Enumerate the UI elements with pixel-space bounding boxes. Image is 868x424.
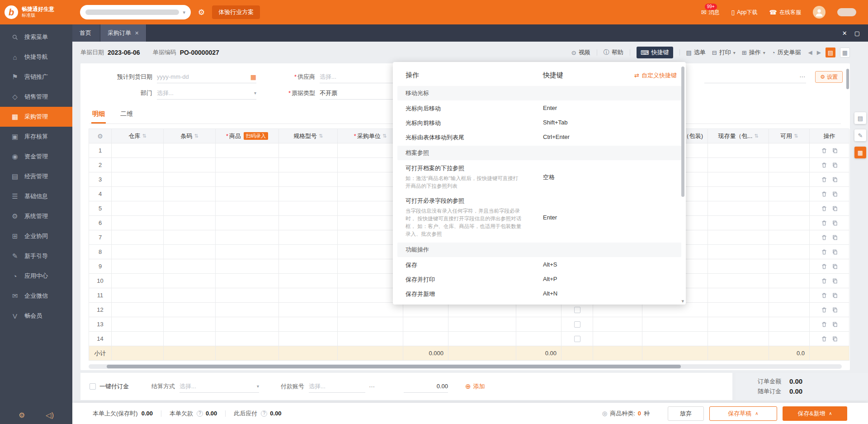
table-cell-stock[interactable] — [708, 216, 769, 230]
table-cell-spec[interactable] — [279, 216, 338, 230]
table-cell-warehouse[interactable] — [112, 230, 164, 245]
table-cell-barcode[interactable] — [164, 274, 216, 288]
table-cell-stock[interactable] — [708, 317, 769, 332]
grid-view-toggle[interactable]: ▦ — [840, 48, 850, 57]
more-options-icon[interactable]: ⋯ — [799, 73, 806, 80]
table-cell-price[interactable] — [448, 317, 516, 332]
table-cell-spec[interactable] — [279, 201, 338, 216]
table-cell-avail[interactable] — [769, 332, 810, 346]
table-cell-spec[interactable] — [279, 332, 338, 346]
table-cell-stock[interactable] — [708, 332, 769, 346]
global-search-input[interactable]: ▾ — [80, 5, 191, 19]
pay-account-select[interactable]: 选择... — [309, 381, 365, 393]
online-service-button[interactable]: ☎ 在线客服 — [769, 9, 801, 16]
delete-row-icon[interactable] — [821, 176, 827, 183]
close-tab-icon[interactable]: ✕ — [135, 30, 139, 36]
table-cell-spec[interactable] — [279, 230, 338, 245]
sort-icon[interactable]: ⇅ — [754, 133, 758, 139]
float-grid-icon[interactable]: ▦ — [854, 147, 866, 158]
table-cell-stock[interactable] — [708, 288, 769, 303]
table-cell-amount[interactable] — [516, 303, 561, 317]
table-cell-warehouse[interactable] — [112, 245, 164, 259]
sidebar-item-5[interactable]: ▣库存核算 — [0, 127, 72, 147]
table-cell-stock[interactable] — [708, 172, 769, 187]
messages-button[interactable]: 99+ ✉ 消息 — [701, 9, 720, 16]
table-cell-spec[interactable] — [279, 303, 338, 317]
table-cell-price[interactable] — [448, 332, 516, 346]
table-cell-stock[interactable] — [708, 187, 769, 201]
table-cell-warehouse[interactable] — [112, 201, 164, 216]
delete-row-icon[interactable] — [821, 205, 827, 212]
table-cell-barcode[interactable] — [164, 158, 216, 172]
table-cell-pkg[interactable] — [642, 332, 708, 346]
table-cell-product[interactable] — [216, 274, 279, 288]
table-cell-avail[interactable] — [769, 317, 810, 332]
copy-row-icon[interactable] — [832, 148, 838, 154]
table-cell-qty[interactable] — [403, 303, 448, 317]
settings-button[interactable]: ⚙ 设置 — [815, 71, 843, 83]
delete-row-icon[interactable] — [821, 307, 827, 313]
toolbar-action-menu[interactable]: ▤选单 — [686, 48, 706, 57]
table-cell-spec[interactable] — [279, 274, 338, 288]
table-cell-amount[interactable] — [516, 332, 561, 346]
table-cell-pkg[interactable] — [642, 317, 708, 332]
sidebar-item-14[interactable]: V畅会员 — [0, 306, 72, 326]
table-cell-stock[interactable] — [708, 259, 769, 274]
experience-solution-button[interactable]: 体验行业方案 — [212, 5, 260, 19]
table-cell-avail[interactable] — [769, 274, 810, 288]
table-cell-pkg[interactable] — [642, 303, 708, 317]
table-cell-barcode[interactable] — [164, 303, 216, 317]
detail-tab-1[interactable]: 二维 — [119, 106, 134, 124]
row-checkbox[interactable] — [574, 336, 580, 342]
tab-1[interactable]: 采购订单✕ — [100, 24, 146, 42]
table-cell-product[interactable] — [216, 187, 279, 201]
sidebar-item-1[interactable]: ⌂快捷导航 — [0, 47, 72, 67]
scan-entry-badge[interactable]: 扫码录入 — [244, 132, 268, 140]
table-cell-warehouse[interactable] — [112, 259, 164, 274]
copy-row-icon[interactable] — [832, 176, 838, 183]
table-cell-h1[interactable] — [593, 317, 642, 332]
column-settings-icon[interactable]: ⚙ — [97, 133, 103, 140]
table-cell-spec[interactable] — [279, 143, 338, 158]
customize-shortcuts-link[interactable]: ⇄ 自定义快捷键 — [634, 71, 677, 80]
settlement-select[interactable]: 选择... ▾ — [179, 381, 259, 393]
sidebar-item-12[interactable]: ◔应用中心 — [0, 266, 72, 286]
table-cell-barcode[interactable] — [164, 216, 216, 230]
table-cell-qty[interactable] — [403, 332, 448, 346]
calendar-icon[interactable]: ▦ — [250, 73, 256, 81]
prev-page-icon[interactable]: ◀ — [808, 49, 812, 56]
scroll-down-icon[interactable]: ▾ — [681, 298, 684, 304]
toolbar-action-operations[interactable]: ⊞操作▾ — [742, 48, 765, 57]
table-cell-avail[interactable] — [769, 216, 810, 230]
table-cell-product[interactable] — [216, 201, 279, 216]
table-cell-stock[interactable] — [708, 230, 769, 245]
copy-row-icon[interactable] — [832, 249, 838, 255]
toolbar-action-video[interactable]: ⊙视频 — [571, 48, 590, 57]
row-checkbox[interactable] — [574, 307, 580, 313]
department-select[interactable]: 选择... ▾ — [157, 87, 256, 100]
next-page-icon[interactable]: ▶ — [817, 49, 821, 56]
discard-button[interactable]: 放弃 — [668, 406, 704, 421]
sort-icon[interactable]: ⇅ — [382, 133, 387, 139]
table-cell-avail[interactable] — [769, 143, 810, 158]
horizontal-scrollbar-thumb[interactable] — [107, 365, 681, 368]
table-cell-avail[interactable] — [769, 303, 810, 317]
sidebar-item-2[interactable]: ⚑营销推广 — [0, 67, 72, 87]
toolbar-action-history[interactable]: ◔历史单据 — [772, 48, 801, 57]
sidebar-item-0[interactable]: 搜索菜单 — [0, 27, 72, 47]
delete-row-icon[interactable] — [821, 220, 827, 226]
table-cell-barcode[interactable] — [164, 172, 216, 187]
table-cell-product[interactable] — [216, 288, 279, 303]
table-cell-spec[interactable] — [279, 245, 338, 259]
sidebar-item-11[interactable]: ✎新手引导 — [0, 246, 72, 266]
delete-row-icon[interactable] — [821, 162, 827, 168]
expected-date-input[interactable]: yyyy-mm-dd ▦ — [157, 71, 256, 83]
more-options-icon[interactable]: ⋯ — [369, 383, 376, 390]
table-cell-product[interactable] — [216, 259, 279, 274]
table-cell-product[interactable] — [216, 143, 279, 158]
delete-row-icon[interactable] — [821, 263, 827, 270]
delete-row-icon[interactable] — [821, 292, 827, 299]
table-cell-warehouse[interactable] — [112, 172, 164, 187]
one-key-deposit-checkbox[interactable] — [90, 383, 96, 390]
copy-row-icon[interactable] — [832, 307, 838, 313]
